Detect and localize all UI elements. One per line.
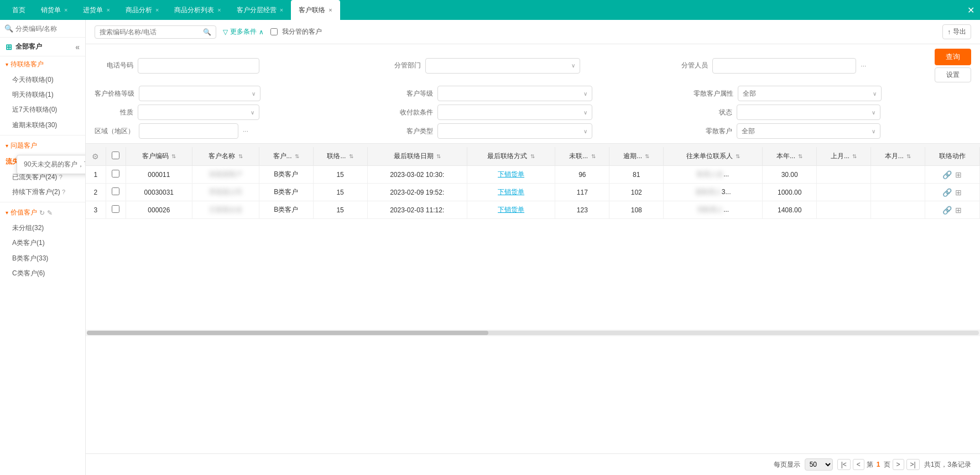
filter-nature-select[interactable]: ∨ — [138, 105, 259, 120]
row1-last-method[interactable]: 下销货单 — [467, 166, 555, 184]
tab-home[interactable]: 首页 — [4, 0, 33, 20]
filter-phone-input[interactable] — [138, 58, 259, 74]
col-contact-person[interactable]: 往来单位联系人 ⇅ — [664, 147, 763, 166]
scrollbar-track[interactable] — [87, 331, 979, 335]
col-last-date[interactable]: 最后联络日期 ⇅ — [367, 147, 467, 166]
filter-price-level-select[interactable]: ∨ — [139, 86, 260, 101]
tab-analysis-close[interactable]: × — [155, 7, 159, 13]
last-page-button[interactable]: >| — [906, 459, 920, 470]
row3-last-method[interactable]: 下销货单 — [467, 201, 555, 219]
filter-dept-select[interactable]: ∨ — [425, 58, 580, 74]
sidebar-item-tomorrow[interactable]: 明天待联络(1) — [0, 87, 85, 102]
col-overdue[interactable]: 逾期... ⇅ — [609, 147, 664, 166]
tab-customer-contact-label: 客户联络 — [299, 6, 325, 15]
scrollbar-thumb[interactable] — [87, 331, 488, 335]
sidebar-search-input[interactable] — [15, 25, 81, 33]
sidebar-item-a-class[interactable]: A类客户(1) — [0, 236, 85, 250]
row2-grid-icon[interactable]: ⊞ — [955, 188, 962, 197]
tab-purchase-close[interactable]: × — [106, 7, 110, 13]
settings-button[interactable]: 设置 — [935, 67, 971, 82]
filter-region-dots[interactable]: ··· — [243, 127, 248, 135]
sidebar-section-value-refresh-icon[interactable]: ↻ — [39, 209, 45, 217]
row3-checkbox[interactable] — [106, 201, 126, 219]
col-contact-num[interactable]: 联络... ⇅ — [313, 147, 367, 166]
row1-last-method-link[interactable]: 下销货单 — [498, 170, 524, 178]
my-customer-checkbox-wrap[interactable]: 我分管的客户 — [270, 27, 322, 36]
filter-region-select[interactable] — [139, 123, 238, 139]
col-last-method[interactable]: 最后联络方式 ⇅ — [467, 147, 555, 166]
per-page-select[interactable]: 50 100 — [805, 458, 833, 471]
row1-grid-icon[interactable]: ⊞ — [955, 170, 962, 179]
col-type[interactable]: 客户... ⇅ — [259, 147, 313, 166]
sidebar-item-ungroup[interactable]: 未分组(32) — [0, 221, 85, 236]
tab-analysis-list-close[interactable]: × — [217, 7, 221, 13]
tab-customer-contact-close[interactable]: × — [329, 7, 332, 13]
col-this-year[interactable]: 本年... ⇅ — [763, 147, 817, 166]
tab-sales-close[interactable]: × — [64, 7, 67, 13]
col-unlisted[interactable]: 未联... ⇅ — [555, 147, 609, 166]
row1-checkbox[interactable] — [106, 166, 126, 184]
tab-sales[interactable]: 销货单 × — [33, 0, 75, 20]
col-last-month[interactable]: 上月... ⇅ — [817, 147, 871, 166]
row1-type: B类客户 — [259, 166, 313, 184]
filter-retail-attr-label: 零散客户属性 — [694, 89, 733, 98]
sidebar-collapse-icon[interactable]: « — [75, 43, 80, 51]
col-checkbox[interactable] — [106, 147, 126, 166]
sidebar-item-c-class[interactable]: C类客户(6) — [0, 266, 85, 281]
sidebar-section-pending[interactable]: ▾ 待联络客户 — [0, 56, 85, 72]
row3-grid-icon[interactable]: ⊞ — [955, 206, 962, 215]
col-code[interactable]: 客户编码 ⇅ — [126, 147, 192, 166]
first-page-button[interactable]: |< — [837, 459, 851, 470]
row2-contact-icon[interactable]: 🔗 — [942, 188, 952, 197]
tab-customer-tier[interactable]: 客户分层经营 × — [229, 0, 291, 20]
row3-contact-icon[interactable]: 🔗 — [942, 206, 952, 215]
row3-select-checkbox[interactable] — [112, 205, 119, 213]
row2-select-checkbox[interactable] — [112, 187, 119, 195]
row1-contact-icon[interactable]: 🔗 — [942, 170, 952, 179]
sidebar-section-value[interactable]: ▾ 价值客户 ↻ ✎ — [0, 205, 85, 221]
export-button[interactable]: ↑ 导出 — [942, 24, 971, 39]
filter-customer-level-select[interactable]: ∨ — [437, 86, 592, 101]
row3-last-date: 2023-02-03 11:12: — [367, 201, 467, 219]
my-customer-checkbox[interactable] — [270, 28, 278, 35]
sidebar-section-value-edit-icon[interactable]: ✎ — [47, 209, 53, 217]
sidebar-item-b-class[interactable]: B类客户(33) — [0, 251, 85, 266]
sort-this-month-icon: ⇅ — [906, 153, 911, 159]
filter-manager-select[interactable] — [712, 58, 856, 74]
tab-analysis-list[interactable]: 商品分析列表 × — [166, 0, 228, 20]
table-settings-icon[interactable]: ⚙ — [92, 152, 99, 161]
row2-last-method-link[interactable]: 下销货单 — [498, 188, 524, 196]
tab-customer-tier-close[interactable]: × — [280, 7, 283, 13]
filter-manager-dots[interactable]: ··· — [861, 62, 866, 70]
tab-purchase[interactable]: 进货单 × — [75, 0, 117, 20]
filter-payment-select[interactable]: ∨ — [437, 105, 592, 120]
global-close-icon[interactable]: ✕ — [967, 5, 974, 15]
tab-customer-contact[interactable]: 客户联络 × — [291, 0, 340, 20]
row1-select-checkbox[interactable] — [112, 170, 119, 178]
sidebar-item-declining[interactable]: 持续下滑客户(2) ? — [0, 185, 85, 200]
select-all-checkbox[interactable] — [112, 152, 119, 159]
row2-this-year: 1000.00 — [763, 184, 817, 201]
col-this-month[interactable]: 本月... ⇅ — [871, 147, 925, 166]
query-button[interactable]: 查询 — [935, 49, 971, 65]
filter-customer-level-chevron-icon: ∨ — [583, 91, 587, 97]
sidebar-item-today[interactable]: 今天待联络(0) — [0, 72, 85, 87]
filter-retail-attr-select[interactable]: 全部 ∨ — [738, 86, 882, 101]
col-name[interactable]: 客户名称 ⇅ — [192, 147, 259, 166]
filter-button[interactable]: ▽ 更多条件 ∧ — [223, 27, 264, 36]
filter-customer-type-select[interactable]: ∨ — [437, 123, 592, 139]
prev-page-button[interactable]: < — [853, 459, 864, 470]
sidebar-section-problem[interactable]: ▾ 问题客户 — [0, 138, 85, 154]
sidebar-item-overdue[interactable]: 逾期未联络(30) — [0, 118, 85, 133]
row3-last-method-link[interactable]: 下销货单 — [498, 206, 524, 213]
col-settings[interactable]: ⚙ — [86, 147, 106, 166]
search-input[interactable] — [100, 28, 203, 36]
row2-checkbox[interactable] — [106, 184, 126, 201]
next-page-button[interactable]: > — [893, 459, 904, 470]
filter-status-select[interactable]: ∨ — [737, 105, 880, 120]
filter-retail-select[interactable]: 全部 ∨ — [737, 123, 880, 139]
row2-last-method[interactable]: 下销货单 — [467, 184, 555, 201]
horizontal-scrollbar[interactable] — [86, 330, 980, 336]
tab-analysis[interactable]: 商品分析 × — [118, 0, 166, 20]
sidebar-item-7days[interactable]: 近7天待联络(0) — [0, 102, 85, 117]
